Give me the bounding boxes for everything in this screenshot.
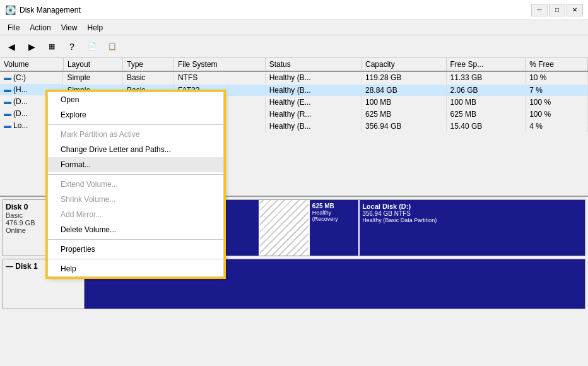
partition-hatched-2[interactable]	[260, 200, 310, 256]
col-filesystem[interactable]: File System	[173, 58, 265, 71]
ctx-open[interactable]: Open	[48, 92, 223, 107]
ctx-explore[interactable]: Explore	[48, 107, 223, 122]
minimize-button[interactable]: ─	[531, 4, 548, 16]
col-volume[interactable]: Volume	[0, 58, 63, 71]
col-layout[interactable]: Layout	[63, 58, 122, 71]
drive-icon-h: ▬	[4, 85, 11, 94]
drive-icon-d2: ▬	[4, 109, 11, 118]
partition-d[interactable]: Local Disk (D:) 356.94 GB NTFS Healthy (…	[360, 200, 585, 256]
maximize-button[interactable]: □	[549, 4, 565, 16]
ctx-change-letter[interactable]: Change Drive Letter and Paths...	[48, 142, 223, 157]
toolbar-help[interactable]: ?	[63, 38, 81, 56]
menu-bar: File Action View Help	[0, 20, 588, 35]
toolbar-disk-view[interactable]: ▦	[43, 38, 61, 56]
ctx-shrink: Shrink Volume...	[48, 192, 223, 207]
drive-icon-d1: ▬	[4, 97, 11, 106]
toolbar: ◀ ▶ ▦ ? 📄 📋	[0, 35, 588, 58]
col-type[interactable]: Type	[122, 58, 173, 71]
toolbar-back[interactable]: ◀	[3, 38, 20, 56]
ctx-format[interactable]: Format...	[48, 157, 223, 172]
ctx-extend: Extend Volume...	[48, 177, 223, 192]
ctx-help[interactable]: Help	[48, 261, 223, 276]
partition-recovery[interactable]: 625 MB Healthy (Recovery	[310, 200, 360, 256]
toolbar-extra[interactable]: 📋	[103, 38, 121, 56]
table-row[interactable]: ▬ (C:) Simple Basic NTFS Healthy (B... 1…	[0, 71, 588, 84]
col-free[interactable]: Free Sp...	[446, 58, 526, 71]
ctx-sep-1	[48, 124, 223, 125]
toolbar-properties[interactable]: 📄	[83, 38, 101, 56]
col-pctfree[interactable]: % Free	[526, 58, 588, 71]
ctx-delete[interactable]: Delete Volume...	[48, 222, 223, 237]
ctx-sep-4	[48, 259, 223, 259]
ctx-add-mirror: Add Mirror...	[48, 207, 223, 222]
menu-action[interactable]: Action	[25, 22, 56, 33]
table-header-row: Volume Layout Type File System Status Ca…	[0, 58, 588, 71]
title-controls: ─ □ ✕	[531, 4, 583, 16]
app-icon: 💽	[5, 5, 16, 15]
window-title: Disk Management	[20, 6, 81, 15]
context-menu: Open Explore Mark Partition as Active Ch…	[47, 92, 224, 277]
title-bar-left: 💽 Disk Management	[5, 5, 81, 15]
ctx-sep-2	[48, 174, 223, 175]
drive-icon-c: ▬	[4, 73, 11, 82]
menu-file[interactable]: File	[3, 22, 25, 33]
menu-view[interactable]: View	[56, 22, 83, 33]
menu-help[interactable]: Help	[83, 22, 109, 33]
close-button[interactable]: ✕	[567, 4, 583, 16]
ctx-mark-active: Mark Partition as Active	[48, 127, 223, 142]
toolbar-forward[interactable]: ▶	[23, 38, 40, 56]
title-bar: 💽 Disk Management ─ □ ✕	[0, 0, 588, 20]
ctx-sep-3	[48, 239, 223, 240]
col-capacity[interactable]: Capacity	[361, 58, 446, 71]
col-status[interactable]: Status	[265, 58, 361, 71]
ctx-properties[interactable]: Properties	[48, 242, 223, 257]
drive-icon-lo: ▬	[4, 121, 11, 130]
